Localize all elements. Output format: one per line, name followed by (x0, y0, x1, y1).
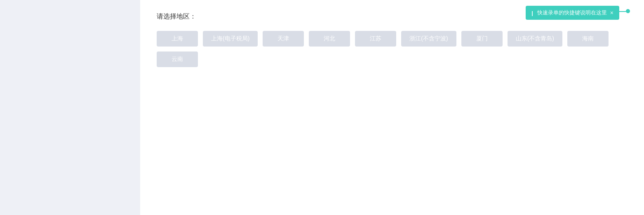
region-button-hainan[interactable]: 海南 (567, 31, 609, 47)
connector-line (618, 11, 626, 12)
region-button-jiangsu[interactable]: 江苏 (355, 31, 396, 47)
region-button-tianjin[interactable]: 天津 (263, 31, 304, 47)
tooltip-close-button[interactable]: × (610, 9, 613, 16)
left-panel (0, 0, 140, 215)
region-button-zhejiang[interactable]: 浙江(不含宁波) (401, 31, 456, 47)
region-button-shanghai-etax[interactable]: 上海(电子税局) (203, 31, 258, 47)
tooltip-banner: 快速录单的快捷键说明在这里 × (526, 6, 619, 20)
region-button-shanghai[interactable]: 上海 (157, 31, 198, 47)
region-button-xiamen[interactable]: 厦门 (461, 31, 503, 47)
region-button-yunnan[interactable]: 云南 (157, 51, 198, 67)
region-button-shandong[interactable]: 山东(不含青岛) (508, 31, 562, 47)
region-button-hebei[interactable]: 河北 (309, 31, 350, 47)
dot-indicator (626, 9, 630, 13)
tooltip-text: 快速录单的快捷键说明在这里 (537, 9, 607, 16)
main-content: 请选择地区： 上海上海(电子税局)天津河北江苏浙江(不含宁波)厦门山东(不含青岛… (140, 0, 644, 215)
region-buttons: 上海上海(电子税局)天津河北江苏浙江(不含宁波)厦门山东(不含青岛)海南云南 (157, 31, 628, 67)
